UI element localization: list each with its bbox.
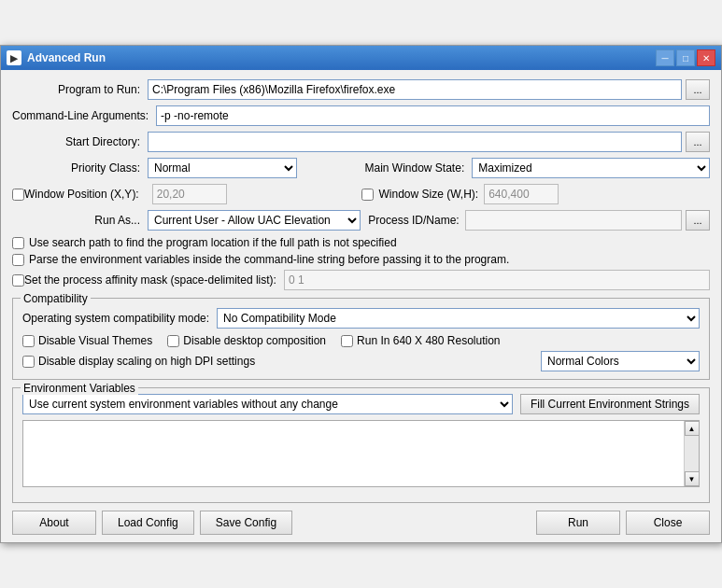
window-state-label: Main Window State:	[365, 161, 465, 175]
window-pos-size-row: Window Position (X,Y): Window Size (W,H)…	[12, 184, 710, 204]
window-size-group: Window Size (W,H):	[361, 184, 711, 204]
disable-themes-checkbox[interactable]	[22, 335, 35, 347]
main-content: Program to Run: ... Command-Line Argumen…	[1, 70, 721, 542]
bottom-buttons-row: About Load Config Save Config Run Close	[12, 511, 710, 535]
priority-select[interactable]: Normal Above Normal Below Normal High Id…	[148, 158, 297, 178]
window-pos-label: Window Position (X,Y):	[24, 188, 147, 201]
process-input[interactable]	[465, 210, 682, 231]
load-config-button[interactable]: Load Config	[102, 511, 194, 535]
parse-env-label: Parse the environment variables inside t…	[29, 253, 509, 266]
window-state-select[interactable]: Maximized Normal Minimized Hidden	[472, 158, 710, 178]
program-row: Program to Run: ...	[12, 79, 710, 100]
disable-dpi-item: Disable display scaling on high DPI sett…	[22, 355, 533, 368]
scroll-down-button[interactable]: ▼	[685, 471, 700, 486]
disable-dpi-label: Disable display scaling on high DPI sett…	[38, 355, 255, 368]
disable-composition-item: Disable desktop composition	[167, 334, 326, 347]
program-label: Program to Run:	[12, 83, 148, 96]
compat-checks-row: Disable Visual Themes Disable desktop co…	[22, 334, 700, 347]
process-label: Process ID/Name:	[368, 214, 459, 227]
affinity-input[interactable]	[284, 270, 710, 290]
affinity-row: Set the process affinity mask (space-del…	[12, 270, 710, 290]
startdir-label: Start Directory:	[12, 135, 148, 148]
priority-windowstate-row: Priority Class: Normal Above Normal Belo…	[12, 158, 710, 178]
run-640x480-checkbox[interactable]	[341, 335, 353, 347]
startdir-browse-button[interactable]: ...	[686, 132, 710, 152]
program-input[interactable]	[148, 79, 682, 100]
program-browse-button[interactable]: ...	[686, 79, 710, 100]
env-var-select-row: Use current system environment variables…	[22, 394, 700, 414]
compat-mode-row: Operating system compatibility mode: No …	[22, 308, 700, 329]
window-pos-input[interactable]	[152, 184, 227, 204]
compat-mode-label: Operating system compatibility mode:	[22, 312, 209, 325]
disable-dpi-checkbox[interactable]	[22, 356, 35, 368]
compatibility-group-label: Compatibility	[21, 292, 91, 305]
search-path-row: Use search path to find the program loca…	[12, 236, 710, 249]
cmdline-label: Command-Line Arguments:	[12, 109, 156, 122]
window-pos-group: Window Position (X,Y):	[12, 184, 361, 204]
priority-label: Priority Class:	[12, 161, 148, 175]
process-browse-button[interactable]: ...	[686, 210, 710, 231]
window-size-input[interactable]	[484, 184, 559, 204]
env-textarea-box: ▲ ▼	[22, 420, 700, 487]
about-button[interactable]: About	[12, 511, 96, 535]
window-icon: ▶	[7, 50, 21, 65]
maximize-button[interactable]: □	[676, 49, 695, 66]
advanced-run-window: ▶ Advanced Run ─ □ ✕ Program to Run: ...…	[0, 45, 722, 543]
run-as-label: Run As...	[12, 214, 148, 227]
minimize-button[interactable]: ─	[656, 49, 674, 66]
save-config-button[interactable]: Save Config	[200, 511, 292, 535]
run-640x480-label: Run In 640 X 480 Resolution	[357, 334, 500, 347]
run-640x480-item: Run In 640 X 480 Resolution	[341, 334, 500, 347]
window-title: Advanced Run	[27, 51, 106, 64]
compat-mode-select[interactable]: No Compatibility Mode Windows XP (SP3) W…	[217, 308, 700, 329]
affinity-label: Set the process affinity mask (space-del…	[24, 273, 276, 287]
use-search-path-label: Use search path to find the program loca…	[29, 236, 397, 249]
colors-row: Disable display scaling on high DPI sett…	[22, 351, 700, 371]
window-state-group: Main Window State: Maximized Normal Mini…	[365, 158, 711, 178]
normal-colors-select[interactable]: Normal Colors 256 Colors 16-bit Colors	[541, 351, 700, 371]
env-scrollbar: ▲ ▼	[684, 421, 699, 486]
env-vars-select[interactable]: Use current system environment variables…	[22, 394, 513, 414]
fill-env-button[interactable]: Fill Current Environment Strings	[520, 394, 700, 414]
disable-themes-label: Disable Visual Themes	[38, 334, 152, 347]
affinity-checkbox[interactable]	[12, 274, 24, 287]
scroll-track	[685, 436, 699, 471]
window-pos-checkbox[interactable]	[12, 189, 24, 201]
title-bar: ▶ Advanced Run ─ □ ✕	[1, 46, 721, 70]
env-vars-group-label: Environment Variables	[21, 382, 138, 395]
run-button[interactable]: Run	[536, 511, 620, 535]
scroll-up-button[interactable]: ▲	[685, 421, 700, 436]
window-size-label: Window Size (W,H):	[379, 188, 479, 201]
startdir-input[interactable]	[148, 132, 682, 152]
parse-env-checkbox[interactable]	[12, 254, 24, 266]
cmdline-row: Command-Line Arguments:	[12, 105, 710, 126]
disable-themes-item: Disable Visual Themes	[22, 334, 152, 347]
parse-env-row: Parse the environment variables inside t…	[12, 253, 710, 266]
close-button[interactable]: Close	[626, 511, 710, 535]
window-size-checkbox[interactable]	[361, 189, 374, 201]
disable-composition-checkbox[interactable]	[167, 335, 179, 347]
compatibility-group: Compatibility Operating system compatibi…	[12, 298, 710, 380]
title-bar-left: ▶ Advanced Run	[7, 50, 106, 65]
cmdline-input[interactable]	[156, 105, 710, 126]
run-as-row: Run As... Current User - Allow UAC Eleva…	[12, 210, 710, 231]
priority-group: Priority Class: Normal Above Normal Belo…	[12, 158, 358, 178]
env-vars-group: Environment Variables Use current system…	[12, 387, 710, 503]
env-textarea[interactable]	[23, 421, 684, 486]
startdir-row: Start Directory: ...	[12, 132, 710, 152]
disable-composition-label: Disable desktop composition	[183, 334, 326, 347]
use-search-path-checkbox[interactable]	[12, 237, 24, 249]
run-as-select[interactable]: Current User - Allow UAC Elevation Curre…	[148, 210, 361, 231]
title-bar-buttons: ─ □ ✕	[656, 49, 715, 66]
close-window-button[interactable]: ✕	[697, 49, 715, 66]
